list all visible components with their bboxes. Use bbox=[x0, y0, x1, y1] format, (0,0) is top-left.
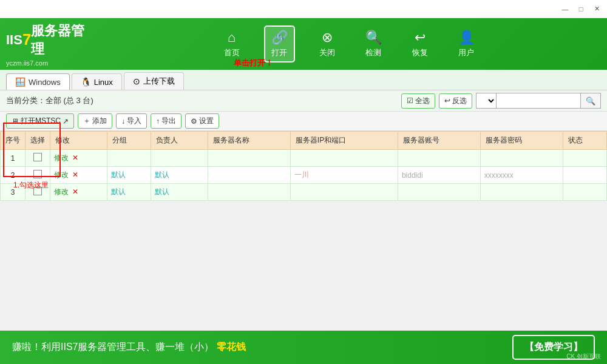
col-num: 序号 bbox=[1, 132, 25, 150]
check-annotation: 1.勾选这里 bbox=[13, 180, 49, 190]
row2-status bbox=[563, 167, 606, 184]
nav-open-label: 打开 bbox=[271, 47, 287, 58]
row3-group: 默认 bbox=[107, 184, 151, 201]
row2-edit-cell: 修改 ✕ bbox=[50, 167, 107, 184]
select-all-label: 全选 bbox=[415, 96, 430, 106]
row2-checkbox[interactable] bbox=[33, 170, 42, 178]
tab-upload[interactable]: ⊙ 上传下载 bbox=[124, 72, 184, 90]
row1-name bbox=[208, 150, 290, 167]
row3-account bbox=[398, 184, 480, 201]
restore-icon: ↩ bbox=[415, 30, 426, 46]
row1-status bbox=[563, 150, 606, 167]
col-person: 负责人 bbox=[151, 132, 208, 150]
nav-close[interactable]: ⊗ 关闭 bbox=[313, 27, 341, 61]
minimize-button[interactable]: — bbox=[560, 4, 571, 15]
logo-title: IIS7服务器管理 bbox=[6, 22, 97, 58]
footer-main-text: 赚啦！利用IIS7服务器管理工具、赚一堆（小） bbox=[12, 342, 214, 352]
row1-person bbox=[151, 150, 208, 167]
user-icon: 👤 bbox=[458, 30, 475, 46]
row1-edit-button[interactable]: 修改 bbox=[54, 153, 69, 162]
row1-account bbox=[398, 150, 480, 167]
nav-restore-label: 恢复 bbox=[412, 47, 428, 58]
row1-ip bbox=[290, 150, 398, 167]
add-button[interactable]: ＋ 添加 bbox=[78, 113, 112, 129]
row2-delete-button[interactable]: ✕ bbox=[72, 170, 78, 179]
linux-tab-icon: 🐧 bbox=[81, 77, 91, 87]
export-label: 导出 bbox=[161, 116, 176, 126]
nav-user[interactable]: 👤 用户 bbox=[452, 27, 481, 61]
tab-linux[interactable]: 🐧 Linux bbox=[72, 73, 122, 90]
footer-highlight-text: 零花钱 bbox=[217, 342, 246, 352]
upload-tab-icon: ⊙ bbox=[133, 76, 140, 86]
select-all-button[interactable]: ☑ 全选 bbox=[401, 93, 435, 109]
windows-tab-icon: 🪟 bbox=[15, 77, 25, 87]
import-label: 导入 bbox=[127, 116, 141, 126]
row2-account: biddidi bbox=[398, 167, 480, 184]
col-select: 选择 bbox=[25, 132, 50, 150]
tab-windows[interactable]: 🪟 Windows bbox=[6, 73, 70, 90]
header: IIS7服务器管理 yczm.iis7.com ⌂ 首页 🔗 打开 ⊗ 关闭 🔍… bbox=[0, 18, 607, 70]
footer-text: 赚啦！利用IIS7服务器管理工具、赚一堆（小） 零花钱 bbox=[12, 341, 246, 354]
nav-user-label: 用户 bbox=[458, 47, 474, 58]
import-icon: ↓ bbox=[121, 117, 125, 126]
table-row: 2 修改 ✕ 默认 默认 一川 biddidi xxxxxxxx bbox=[1, 167, 607, 184]
row3-name bbox=[208, 184, 290, 201]
col-password: 服务器密码 bbox=[480, 132, 563, 150]
row3-edit-cell: 修改 ✕ bbox=[50, 184, 107, 201]
col-edit: 修改 bbox=[50, 132, 107, 150]
nav-open[interactable]: 🔗 打开 bbox=[264, 25, 295, 62]
table-area: 序号 选择 修改 分组 负责人 服务器名称 服务器IP和端口 服务器账号 服务器… bbox=[0, 131, 607, 201]
tabs-area: 🪟 Windows 🐧 Linux ⊙ 上传下载 bbox=[0, 70, 607, 90]
col-account: 服务器账号 bbox=[398, 132, 480, 150]
export-button[interactable]: ↑ 导出 bbox=[151, 113, 181, 129]
row3-ip bbox=[290, 184, 398, 201]
deselect-label: 反选 bbox=[452, 96, 467, 106]
add-icon: ＋ bbox=[83, 116, 90, 126]
nav-area: ⌂ 首页 🔗 打开 ⊗ 关闭 🔍 检测 ↩ 恢复 👤 用户 bbox=[97, 25, 601, 62]
footer-brand-logo: CK 创新互联 bbox=[566, 352, 601, 361]
search-button[interactable]: 🔍 bbox=[581, 93, 601, 109]
row2-edit-button[interactable]: 修改 bbox=[54, 170, 69, 179]
settings-button[interactable]: ⚙ 设置 bbox=[185, 113, 219, 129]
settings-label: 设置 bbox=[199, 116, 214, 126]
maximize-button[interactable]: □ bbox=[575, 4, 586, 15]
row3-password bbox=[480, 184, 563, 201]
toolbar-right: ☑ 全选 ↩ 反选 🔍 bbox=[401, 93, 601, 109]
row3-delete-button[interactable]: ✕ bbox=[72, 187, 78, 196]
search-input[interactable] bbox=[496, 93, 581, 109]
add-label: 添加 bbox=[92, 116, 107, 126]
table-row: 3 修改 ✕ 默认 默认 bbox=[1, 184, 607, 201]
import-button[interactable]: ↓ 导入 bbox=[116, 113, 147, 129]
row1-num: 1 bbox=[1, 150, 25, 167]
row3-status bbox=[563, 184, 606, 201]
row1-group bbox=[107, 150, 151, 167]
mstsc-icon: 🖥 bbox=[12, 117, 19, 126]
nav-restore[interactable]: ↩ 恢复 bbox=[406, 27, 434, 61]
deselect-button[interactable]: ↩ 反选 bbox=[439, 93, 472, 109]
row2-ip: 一川 bbox=[290, 167, 398, 184]
nav-detect-label: 检测 bbox=[365, 47, 381, 58]
row2-password: xxxxxxxx bbox=[480, 167, 563, 184]
table-row: 1 修改 ✕ bbox=[1, 150, 607, 167]
logo-area: IIS7服务器管理 yczm.iis7.com bbox=[6, 22, 97, 67]
nav-home[interactable]: ⌂ 首页 bbox=[218, 27, 246, 61]
server-table: 序号 选择 修改 分组 负责人 服务器名称 服务器IP和端口 服务器账号 服务器… bbox=[0, 131, 607, 201]
search-dropdown[interactable] bbox=[476, 93, 496, 109]
category-label: 当前分类：全部 (总 3 台) bbox=[6, 95, 93, 106]
mstsc-label: 打开MSTSC bbox=[21, 116, 61, 126]
toolbar-row: 当前分类：全部 (总 3 台) ☑ 全选 ↩ 反选 🔍 bbox=[0, 90, 607, 112]
select-all-icon: ☑ bbox=[407, 96, 413, 105]
row3-edit-button[interactable]: 修改 bbox=[54, 187, 69, 196]
row1-checkbox-cell[interactable] bbox=[25, 150, 50, 167]
close-button[interactable]: ✕ bbox=[591, 4, 602, 15]
mstsc-button[interactable]: 🖥 打开MSTSC ↗ bbox=[6, 113, 74, 129]
row1-checkbox[interactable] bbox=[33, 153, 42, 161]
logo-subtitle: yczm.iis7.com bbox=[6, 59, 97, 67]
table-header-row: 序号 选择 修改 分组 负责人 服务器名称 服务器IP和端口 服务器账号 服务器… bbox=[1, 132, 607, 150]
nav-detect[interactable]: 🔍 检测 bbox=[359, 27, 388, 61]
tab-upload-label: 上传下载 bbox=[143, 76, 175, 87]
row1-delete-button[interactable]: ✕ bbox=[72, 153, 78, 162]
row2-person: 默认 bbox=[151, 167, 208, 184]
logo-iis: IIS bbox=[6, 32, 22, 48]
logo-7: 7 bbox=[22, 30, 31, 49]
